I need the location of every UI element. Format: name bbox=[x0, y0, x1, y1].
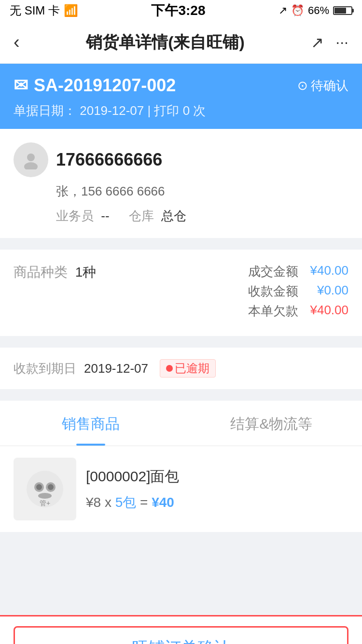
salesperson-value: -- bbox=[101, 209, 109, 223]
order-status: ⊙ 待确认 bbox=[297, 77, 348, 94]
product-equals: = bbox=[136, 495, 152, 510]
svg-point-7 bbox=[38, 493, 52, 499]
carrier-text: 无 SIM 卡 bbox=[10, 3, 60, 18]
customer-section: 17666666666 张，156 6666 6666 业务员 -- 仓库 总仓 bbox=[0, 129, 362, 238]
nav-actions: ↗ ··· bbox=[311, 33, 348, 52]
order-id: ✉ SA-20191207-002 bbox=[14, 75, 176, 96]
battery-icon bbox=[333, 6, 352, 15]
warehouse-item: 仓库 总仓 bbox=[129, 208, 186, 224]
product-name: [0000002]面包 bbox=[86, 467, 348, 487]
divider-1 bbox=[0, 244, 362, 250]
overdue-dot-icon bbox=[166, 365, 173, 372]
customer-phone[interactable]: 17666666666 bbox=[56, 150, 162, 170]
received-amount-label: 收款金额 bbox=[248, 283, 298, 300]
wifi-icon: 📶 bbox=[64, 4, 78, 17]
order-icon: ✉ bbox=[14, 75, 28, 96]
print-label: 打印 bbox=[154, 103, 182, 118]
product-info: [0000002]面包 ¥8 x 5包 = ¥40 bbox=[86, 467, 348, 512]
confirm-order-button[interactable]: 旺铺订单确认 bbox=[14, 626, 348, 644]
order-header: ✉ SA-20191207-002 ⊙ 待确认 单据日期： 2019-12-07… bbox=[0, 64, 362, 129]
due-date: 2019-12-07 bbox=[84, 361, 148, 376]
divider-2 bbox=[0, 342, 362, 348]
status-bar-left: 无 SIM 卡 📶 bbox=[10, 3, 78, 18]
print-unit: 次 bbox=[193, 103, 206, 118]
product-types-label: 商品种类 bbox=[14, 265, 68, 280]
back-button[interactable]: ‹ bbox=[14, 32, 20, 53]
product-thumbnail: 管+ bbox=[14, 458, 76, 520]
order-status-text: 待确认 bbox=[311, 77, 348, 94]
print-count: 0 bbox=[183, 103, 190, 118]
product-list: 管+ [0000002]面包 ¥8 x 5包 = ¥40 bbox=[0, 446, 362, 532]
product-types-item: 商品种类 1种 bbox=[14, 263, 96, 281]
confirm-area: 旺铺订单确认 bbox=[0, 615, 362, 644]
more-icon[interactable]: ··· bbox=[335, 33, 348, 51]
order-date-label: 单据日期： bbox=[14, 103, 76, 118]
summary-left: 商品种类 1种 bbox=[14, 263, 96, 283]
order-date: 2019-12-07 bbox=[80, 103, 144, 118]
bottom-spacer bbox=[0, 538, 362, 615]
debt-amount-label: 本单欠款 bbox=[248, 303, 298, 320]
divider-3 bbox=[0, 395, 362, 401]
svg-point-0 bbox=[27, 154, 35, 161]
order-id-row: ✉ SA-20191207-002 ⊙ 待确认 bbox=[14, 75, 348, 96]
due-section: 收款到期日 2019-12-07 已逾期 bbox=[0, 348, 362, 389]
salesperson-label: 业务员 bbox=[56, 209, 94, 223]
status-bar-time: 下午3:28 bbox=[151, 1, 205, 20]
tab-settlement[interactable]: 结算&物流等 bbox=[181, 401, 362, 446]
product-total: ¥40 bbox=[152, 495, 174, 510]
debt-amount-row: 本单欠款 ¥40.00 bbox=[248, 303, 348, 320]
customer-detail: 张，156 6666 6666 bbox=[14, 183, 348, 200]
received-amount-row: 收款金额 ¥0.00 bbox=[248, 283, 348, 300]
customer-row: 17666666666 bbox=[14, 142, 348, 177]
svg-point-5 bbox=[36, 484, 42, 490]
svg-point-1 bbox=[24, 162, 38, 169]
clock-icon: ⊙ bbox=[297, 78, 308, 93]
due-label: 收款到期日 bbox=[14, 360, 76, 377]
deal-amount-row: 成交金额 ¥40.00 bbox=[248, 263, 348, 280]
warehouse-value: 总仓 bbox=[161, 209, 186, 223]
product-price-text: ¥8 x bbox=[86, 495, 115, 510]
product-price-row: ¥8 x 5包 = ¥40 bbox=[86, 493, 348, 512]
customer-info-row: 业务员 -- 仓库 总仓 bbox=[14, 208, 348, 224]
status-bar: 无 SIM 卡 📶 下午3:28 ↗ ⏰ 66% bbox=[0, 0, 362, 21]
received-amount-value: ¥0.00 bbox=[317, 283, 348, 300]
tab-products-label: 销售商品 bbox=[62, 416, 120, 432]
overdue-badge: 已逾期 bbox=[160, 359, 216, 378]
battery-text: 66% bbox=[308, 4, 329, 17]
svg-point-6 bbox=[48, 484, 54, 490]
share-icon[interactable]: ↗ bbox=[311, 33, 324, 52]
tab-settlement-label: 结算&物流等 bbox=[230, 416, 312, 432]
product-item-0: 管+ [0000002]面包 ¥8 x 5包 = ¥40 bbox=[14, 458, 348, 520]
tab-products[interactable]: 销售商品 bbox=[0, 401, 181, 446]
status-bar-right: ↗ ⏰ 66% bbox=[278, 4, 352, 17]
order-meta: 单据日期： 2019-12-07 | 打印 0 次 bbox=[14, 102, 348, 119]
tabs-bar: 销售商品 结算&物流等 bbox=[0, 401, 362, 446]
deal-amount-value: ¥40.00 bbox=[310, 263, 348, 280]
svg-text:管+: 管+ bbox=[40, 499, 50, 507]
page-title: 销货单详情(来自旺铺) bbox=[86, 31, 245, 54]
summary-right: 成交金额 ¥40.00 收款金额 ¥0.00 本单欠款 ¥40.00 bbox=[248, 263, 348, 322]
alarm-icon: ⏰ bbox=[291, 4, 304, 17]
deal-amount-label: 成交金额 bbox=[248, 263, 298, 280]
order-separator: | bbox=[147, 103, 154, 118]
summary-grid: 商品种类 1种 成交金额 ¥40.00 收款金额 ¥0.00 本单欠款 ¥40.… bbox=[14, 263, 348, 322]
summary-section: 商品种类 1种 成交金额 ¥40.00 收款金额 ¥0.00 本单欠款 ¥40.… bbox=[0, 250, 362, 336]
location-icon: ↗ bbox=[278, 4, 287, 17]
order-id-text: SA-20191207-002 bbox=[34, 75, 176, 96]
debt-amount-value: ¥40.00 bbox=[310, 303, 348, 320]
avatar bbox=[14, 142, 48, 177]
tabs-section: 销售商品 结算&物流等 管+ [0000002]面包 bbox=[0, 401, 362, 532]
warehouse-label: 仓库 bbox=[129, 209, 154, 223]
overdue-text: 已逾期 bbox=[175, 361, 209, 376]
product-qty: 5包 bbox=[115, 495, 137, 510]
salesperson-item: 业务员 -- bbox=[56, 208, 110, 224]
nav-bar: ‹ 销货单详情(来自旺铺) ↗ ··· bbox=[0, 21, 362, 64]
product-types-value: 1种 bbox=[75, 265, 97, 280]
